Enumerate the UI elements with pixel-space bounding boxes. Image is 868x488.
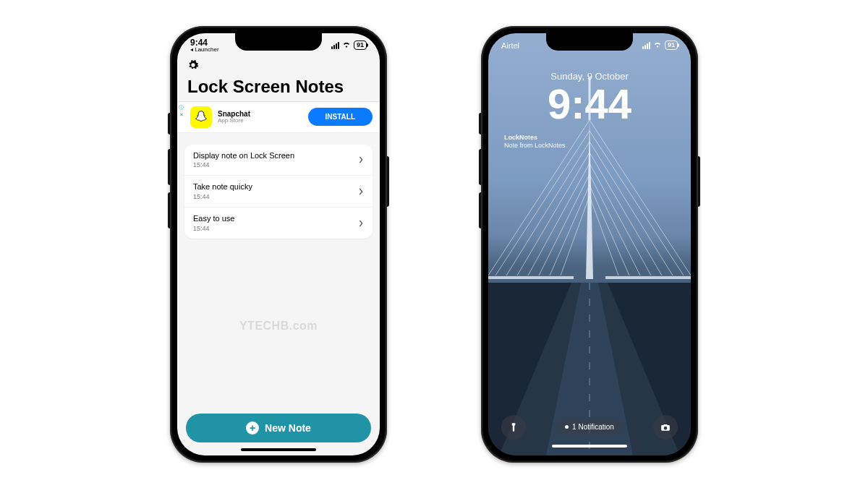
svg-line-13: [590, 185, 629, 275]
note-row[interactable]: Take note quicky 15:44: [184, 176, 373, 207]
wifi-icon: [342, 40, 351, 51]
notch: [235, 33, 322, 51]
widget-body: Note from LockNotes: [504, 142, 691, 150]
svg-line-10: [539, 174, 590, 275]
svg-line-4: [506, 142, 590, 275]
signal-icon: [331, 42, 339, 49]
battery-icon: 91: [665, 40, 678, 50]
plus-icon: +: [246, 421, 259, 435]
svg-line-3: [590, 131, 684, 275]
svg-line-14: [561, 196, 590, 275]
wifi-icon: [653, 41, 662, 50]
notes-list: Display note on Lock Screen 15:44 Take n…: [184, 145, 373, 239]
note-time: 15:44: [193, 225, 234, 233]
svg-line-8: [528, 163, 590, 275]
svg-line-5: [590, 142, 673, 275]
ad-choices-icon[interactable]: ⓘ✕: [179, 105, 184, 118]
chevron-right-icon: [358, 185, 364, 198]
ad-banner[interactable]: ⓘ✕ Snapchat App Store INSTALL: [177, 102, 380, 133]
lockscreen-date: Sunday, 9 October: [488, 71, 691, 82]
note-title: Easy to use: [193, 214, 234, 223]
home-indicator[interactable]: [552, 445, 627, 448]
chevron-right-icon: [358, 153, 364, 166]
lockscreen-widget[interactable]: LockNotes Note from LockNotes: [504, 134, 691, 150]
settings-button[interactable]: [187, 61, 199, 73]
signal-icon: [642, 42, 650, 49]
note-title: Take note quicky: [193, 182, 252, 192]
snapchat-icon: [190, 106, 212, 128]
notch: [546, 33, 633, 51]
notification-pill[interactable]: 1 Notification: [556, 419, 623, 435]
phone-right: Airtel 91 Sunday, 9 October 9:44 LockNot…: [481, 26, 698, 463]
battery-icon: 91: [354, 40, 367, 50]
svg-line-7: [590, 153, 662, 275]
svg-line-12: [550, 185, 590, 275]
home-indicator[interactable]: [241, 448, 316, 451]
ad-subtitle: App Store: [218, 118, 302, 124]
note-row[interactable]: Easy to use 15:44: [184, 207, 373, 239]
install-button[interactable]: INSTALL: [308, 108, 373, 126]
note-time: 15:44: [193, 161, 294, 169]
new-note-button[interactable]: + New Note: [186, 414, 371, 442]
svg-line-6: [517, 153, 590, 275]
lockscreen[interactable]: Airtel 91 Sunday, 9 October 9:44 LockNot…: [488, 33, 691, 455]
new-note-label: New Note: [265, 422, 311, 434]
watermark: YTECHB.com: [177, 239, 380, 413]
phone-left: 9:44 ◂ Launcher 91 Lock Screen Notes ⓘ✕: [170, 26, 387, 463]
note-time: 15:44: [193, 193, 252, 201]
svg-line-9: [590, 163, 651, 275]
svg-line-11: [590, 174, 640, 275]
note-title: Display note on Lock Screen: [193, 151, 294, 160]
widget-title: LockNotes: [504, 134, 691, 142]
svg-line-2: [495, 131, 590, 275]
note-row[interactable]: Display note on Lock Screen 15:44: [184, 145, 373, 176]
flashlight-button[interactable]: [501, 415, 526, 440]
carrier-label: Airtel: [501, 41, 519, 50]
chevron-right-icon: [358, 217, 364, 230]
camera-button[interactable]: [653, 415, 678, 440]
ad-app-name: Snapchat: [218, 110, 302, 118]
dot-icon: [565, 425, 569, 429]
page-title: Lock Screen Notes: [177, 74, 380, 102]
app-screen: 9:44 ◂ Launcher 91 Lock Screen Notes ⓘ✕: [177, 33, 380, 455]
lockscreen-time: 9:44: [488, 83, 691, 125]
svg-line-15: [590, 196, 618, 275]
notification-label: 1 Notification: [572, 423, 614, 431]
back-to-launcher[interactable]: ◂ Launcher: [190, 46, 219, 53]
